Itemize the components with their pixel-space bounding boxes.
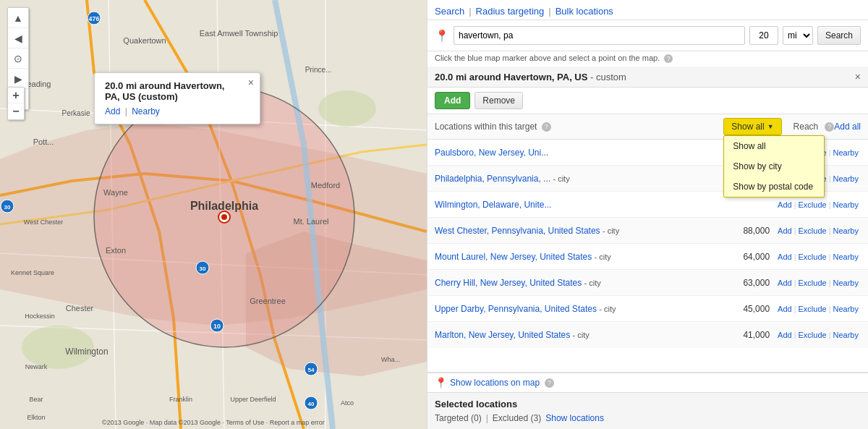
show-all-button[interactable]: Show all ▼: [723, 118, 781, 135]
svg-text:Bear: Bear: [29, 396, 43, 403]
show-on-map-link[interactable]: Show locations on map: [450, 378, 540, 388]
action-exclude[interactable]: Exclude: [796, 279, 829, 287]
svg-text:40: 40: [308, 401, 315, 407]
map-nav-right[interactable]: ▶: [8, 69, 28, 89]
location-name[interactable]: Wilmington, Delaware, Unite...: [435, 200, 551, 210]
dropdown-show-postal[interactable]: Show by postal code: [724, 177, 824, 197]
action-add[interactable]: Add: [775, 226, 794, 235]
reach-help-icon[interactable]: ?: [825, 122, 834, 132]
radius-input[interactable]: [749, 26, 778, 45]
map-nav-center[interactable]: ⊙: [8, 48, 28, 69]
selected-locations: Selected locations Targeted (0) | Exclud…: [427, 392, 868, 429]
svg-text:Hockessin: Hockessin: [25, 313, 55, 320]
location-reach: 63,000: [726, 278, 770, 288]
location-info: West Chester, Pennsylvania, United State…: [435, 226, 726, 236]
action-add[interactable]: Add: [775, 200, 794, 209]
location-name[interactable]: West Chester, Pennsylvania, United State…: [435, 226, 600, 236]
action-add[interactable]: Add: [775, 279, 794, 287]
svg-text:30: 30: [4, 204, 11, 211]
show-on-map-help[interactable]: ?: [545, 378, 554, 388]
selected-row: Targeted (0) | Excluded (3) Show locatio…: [435, 413, 861, 423]
dropdown-show-city[interactable]: Show by city: [724, 156, 824, 177]
svg-text:East Amwell Township: East Amwell Township: [200, 29, 278, 38]
map-zoom-in[interactable]: +: [8, 88, 24, 103]
svg-text:Exton: Exton: [106, 246, 126, 255]
location-info: Wilmington, Delaware, Unite...: [435, 200, 726, 210]
action-buttons: Add Remove: [427, 88, 868, 114]
action-nearby[interactable]: Nearby: [831, 252, 861, 261]
map-nav-left[interactable]: ◀: [8, 28, 28, 48]
nav-radius[interactable]: Radius targeting: [476, 6, 545, 17]
svg-text:Wha...: Wha...: [381, 356, 400, 363]
nav-bulk[interactable]: Bulk locations: [556, 6, 613, 17]
location-reach: 64,000: [726, 252, 770, 262]
unit-select[interactable]: mi km: [783, 26, 813, 45]
show-all-dropdown: Show all Show by city Show by postal cod…: [723, 135, 825, 197]
map-nav-up[interactable]: ▲: [8, 8, 28, 28]
table-row: Marlton, New Jersey, United States - cit…: [427, 322, 868, 348]
map-zoom-out[interactable]: −: [8, 103, 24, 119]
map-popup-add-link[interactable]: Add: [105, 106, 120, 116]
svg-text:Prince...: Prince...: [305, 66, 332, 74]
nav-sep-1: |: [469, 6, 471, 17]
location-tag: - city: [584, 279, 601, 287]
action-nearby[interactable]: Nearby: [831, 226, 861, 235]
action-exclude[interactable]: Exclude: [796, 226, 829, 235]
search-help-icon[interactable]: ?: [664, 54, 673, 63]
location-name[interactable]: Marlton, New Jersey, United States: [435, 330, 570, 340]
svg-text:Wilmington: Wilmington: [65, 347, 108, 357]
dropdown-show-all[interactable]: Show all: [724, 136, 824, 156]
action-nearby[interactable]: Nearby: [831, 148, 861, 157]
remove-button[interactable]: Remove: [475, 92, 523, 109]
action-add[interactable]: Add: [775, 252, 794, 261]
location-name[interactable]: Paulsboro, New Jersey, Uni...: [435, 148, 548, 158]
location-actions: Add | Exclude | Nearby: [775, 200, 861, 209]
action-exclude[interactable]: Exclude: [796, 331, 829, 339]
location-info: Paulsboro, New Jersey, Uni...: [435, 148, 726, 158]
nav-search[interactable]: Search: [435, 6, 464, 17]
location-tag: - city: [553, 174, 569, 183]
location-name[interactable]: Cherry Hill, New Jersey, United States: [435, 278, 582, 288]
action-nearby[interactable]: Nearby: [831, 200, 861, 209]
svg-text:Medford: Medford: [311, 181, 340, 190]
map-zoom-controls[interactable]: + −: [7, 87, 25, 120]
svg-text:Upper Deerfield: Upper Deerfield: [230, 396, 276, 403]
location-name[interactable]: Philadelphia, Pennsylvania, ...: [435, 174, 550, 184]
search-pin-icon: 📍: [435, 29, 449, 43]
location-header: 20.0 mi around Havertown, PA, US - custo…: [427, 67, 868, 88]
search-button[interactable]: Search: [817, 26, 861, 45]
map-container[interactable]: Philadelphia Wayne Exton Chester Wilming…: [0, 0, 427, 429]
action-nearby[interactable]: Nearby: [831, 331, 861, 339]
location-name[interactable]: Upper Darby, Pennsylvania, United States: [435, 304, 597, 314]
action-nearby[interactable]: Nearby: [831, 305, 861, 313]
action-nearby[interactable]: Nearby: [831, 279, 861, 287]
svg-text:10: 10: [213, 323, 221, 330]
svg-point-3: [318, 90, 376, 127]
location-reach: 45,000: [726, 304, 770, 314]
add-all-link[interactable]: Add all: [834, 122, 861, 132]
svg-text:Mt. Laurel: Mt. Laurel: [294, 217, 329, 226]
locations-table-header: Locations within this target ? Show all …: [427, 114, 868, 140]
map-popup-nearby-link[interactable]: Nearby: [132, 106, 160, 116]
location-actions: Add | Exclude | Nearby: [775, 279, 861, 287]
map-popup-close[interactable]: ×: [248, 77, 254, 88]
location-actions: Add | Exclude | Nearby: [775, 226, 861, 235]
action-exclude[interactable]: Exclude: [796, 305, 829, 313]
locations-help-icon[interactable]: ?: [542, 122, 551, 132]
location-reach: 88,000: [726, 226, 770, 236]
show-locations-link[interactable]: Show locations: [545, 413, 604, 423]
location-header-close[interactable]: ×: [855, 71, 861, 82]
search-input[interactable]: [454, 26, 745, 45]
location-name[interactable]: Mount Laurel, New Jersey, United States: [435, 252, 592, 262]
excluded-badge: Excluded (3): [493, 413, 541, 423]
action-add[interactable]: Add: [775, 305, 794, 313]
map-background: Philadelphia Wayne Exton Chester Wilming…: [0, 0, 427, 429]
show-on-map-pin: 📍: [435, 377, 447, 388]
action-exclude[interactable]: Exclude: [796, 200, 829, 209]
right-panel: Search | Radius targeting | Bulk locatio…: [427, 0, 868, 429]
action-add[interactable]: Add: [775, 331, 794, 339]
add-button[interactable]: Add: [435, 92, 470, 109]
selected-title: Selected locations: [435, 399, 861, 409]
action-exclude[interactable]: Exclude: [796, 252, 829, 261]
action-nearby[interactable]: Nearby: [831, 174, 861, 183]
